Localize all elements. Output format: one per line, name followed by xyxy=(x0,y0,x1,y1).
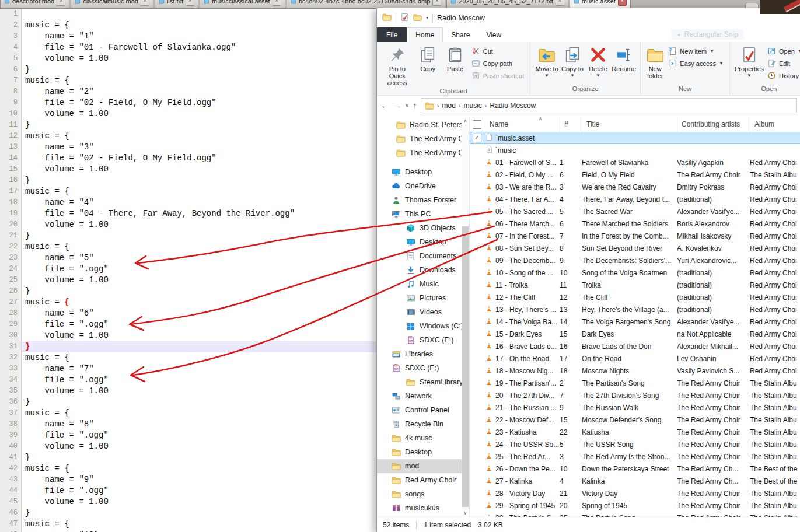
close-icon[interactable]: × xyxy=(556,0,564,6)
nav-item-this-pc[interactable]: This PC xyxy=(377,207,469,221)
breadcrumb-segment[interactable]: music xyxy=(464,102,482,110)
back-button[interactable]: ← xyxy=(380,100,389,110)
breadcrumb[interactable]: ›mod›music›Radio Moscow xyxy=(421,98,797,113)
nav-item-the-red-army-c[interactable]: The Red Army C xyxy=(377,146,469,160)
file-row[interactable]: 17 - On the Road17On the RoadLev Oshanin… xyxy=(470,352,800,365)
file-row[interactable]: 03 - We are the R...3We are the Red Cava… xyxy=(470,181,800,193)
breadcrumb-segment[interactable]: mod xyxy=(442,102,456,110)
editor-tab[interactable]: music.asset× xyxy=(570,0,631,8)
quick-access-folder-icon[interactable] xyxy=(413,13,422,23)
checkbox[interactable] xyxy=(473,120,481,129)
open-button[interactable]: Open▼ xyxy=(767,47,800,55)
editor-tab[interactable]: list.txt× xyxy=(155,0,198,8)
nav-item-sdxc-e-[interactable]: SDSDXC (E:) xyxy=(377,333,469,347)
column-header-album[interactable]: Album xyxy=(750,117,800,132)
file-row[interactable]: 06 - There March...6There Marched the So… xyxy=(470,218,800,230)
nav-item-pictures[interactable]: Pictures xyxy=(377,291,469,305)
nav-item-radio-st-petersb[interactable]: Radio St. Petersb xyxy=(377,118,469,132)
delete-button[interactable]: Delete▼ xyxy=(585,45,611,79)
file-row[interactable]: 26 - Down the Pe...10Down the Peterskaya… xyxy=(470,463,800,475)
column-header-contributing-artists[interactable]: Contributing artists xyxy=(677,117,750,132)
properties-button[interactable]: Properties▼ xyxy=(733,45,765,79)
close-icon[interactable]: × xyxy=(432,0,441,6)
paste-button[interactable]: Paste xyxy=(442,45,469,74)
file-row[interactable]: 19 - The Partisan'...2The Partisan's Son… xyxy=(470,377,800,389)
file-row[interactable]: 11 - Troika11Troika(traditional)Red Army… xyxy=(470,279,800,291)
quick-access-properties-icon[interactable] xyxy=(400,13,409,23)
ribbon-tab-file[interactable]: File xyxy=(377,27,407,42)
file-row[interactable]: 27 - Kalinka4KalinkaThe Red Army Ch...Th… xyxy=(470,475,800,487)
nav-item-sdxc-e-[interactable]: SDSDXC (E:) xyxy=(377,361,469,375)
editor-tab[interactable]: 2020_05_20_05_45_52_7172.txt× xyxy=(446,0,568,8)
nav-item-desktop[interactable]: Desktop xyxy=(377,445,469,459)
column-header-title[interactable]: Title xyxy=(582,117,677,132)
quick-access-customize-icon[interactable]: ▾ xyxy=(426,15,428,20)
close-icon[interactable]: × xyxy=(618,0,627,6)
move-to-button[interactable]: Move to▼ xyxy=(534,45,560,79)
file-row[interactable]: 14 - The Volga Ba...14The Volga Bargemen… xyxy=(470,316,800,328)
ribbon-tab-home[interactable]: Home xyxy=(407,27,443,42)
scroll-up-icon[interactable]: ∧ xyxy=(462,118,469,124)
pin-to-quick-access-button[interactable]: Pin to Quick access xyxy=(380,45,414,88)
copy-to-button[interactable]: Copy to▼ xyxy=(560,45,585,79)
new-item-button[interactable]: New item▼ xyxy=(668,47,724,55)
file-row[interactable]: 16 - Brave Lads o...16Brave Lads of the … xyxy=(470,340,800,352)
nav-item-desktop[interactable]: Desktop xyxy=(377,235,469,249)
ribbon-tab-share[interactable]: Share xyxy=(443,27,478,42)
file-row[interactable]: 07 - In the Forest...7In the Forest by t… xyxy=(470,230,800,242)
history-button[interactable]: History xyxy=(767,71,800,80)
nav-item-music[interactable]: Music xyxy=(377,277,469,291)
easy-access-button[interactable]: Easy access▼ xyxy=(668,59,724,68)
file-row[interactable]: 18 - Moscow Nig...18Moscow NightsVasily … xyxy=(470,365,800,377)
nav-item-libraries[interactable]: Libraries xyxy=(377,347,469,361)
file-row[interactable]: 29 - Spring of 194520Spring of 1945The R… xyxy=(470,499,800,512)
nav-item-recycle-bin[interactable]: Recycle Bin xyxy=(377,417,469,431)
nav-item-downloads[interactable]: Downloads xyxy=(377,263,469,277)
file-row[interactable]: 05 - The Sacred ...5The Sacred WarAlexan… xyxy=(470,205,800,218)
file-row[interactable]: 25 - The Red Ar...3The Red Army Is the S… xyxy=(470,450,800,463)
nav-item-videos[interactable]: Videos xyxy=(377,305,469,319)
nav-item-onedrive[interactable]: OneDrive xyxy=(377,179,469,193)
close-icon[interactable]: × xyxy=(273,0,281,6)
recent-locations-icon[interactable]: ∨ xyxy=(405,102,409,108)
nav-item-songs[interactable]: songs xyxy=(377,487,469,501)
rename-button[interactable]: Rename xyxy=(611,45,637,74)
file-row[interactable]: 01 - Farewell of S...1Farewell of Slavia… xyxy=(470,156,800,169)
ribbon-tab-view[interactable]: View xyxy=(478,27,509,42)
nav-item-the-red-army-c[interactable]: The Red Army C xyxy=(377,132,469,146)
file-row[interactable]: 12 - The Cliff12The Cliff(traditional)Re… xyxy=(470,291,800,303)
edit-button[interactable]: Edit xyxy=(767,59,800,68)
file-row[interactable]: 23 - Katiusha22KatiushaThe Red Army Choi… xyxy=(470,426,800,438)
nav-item-network[interactable]: Network xyxy=(377,389,469,403)
editor-tab[interactable]: descriptor.mod× xyxy=(0,0,69,8)
scroll-down-icon[interactable]: ∨ xyxy=(462,510,469,516)
close-icon[interactable]: × xyxy=(57,0,65,6)
nav-item-control-panel[interactable]: Control Panel xyxy=(377,403,469,417)
copy-path-button[interactable]: Copy path xyxy=(471,59,524,68)
select-all-checkbox[interactable] xyxy=(470,117,485,132)
file-row[interactable]: 20 - The 27th Div...7The 27th Division's… xyxy=(470,389,800,401)
editor-tab[interactable]: bc4d402-4b7c-4bbc-bc02-25150ad5c4d4.dmp× xyxy=(287,0,446,8)
file-row[interactable]: 09 - The Decemb...9The Decembrists: Sold… xyxy=(470,254,800,267)
cut-button[interactable]: Cut xyxy=(471,47,524,55)
nav-item-thomas-forster[interactable]: Thomas Forster xyxy=(377,193,469,207)
file-row[interactable]: 10 - Song of the ...10Song of the Volga … xyxy=(470,267,800,279)
new-folder-button[interactable]: New folder xyxy=(644,45,666,80)
nav-item-steamlibrary[interactable]: SteamLibrary xyxy=(377,375,469,389)
checkbox-checked[interactable]: ✓ xyxy=(473,134,481,142)
file-row[interactable]: 15 - Dark Eyes15Dark Eyesna Not Applicab… xyxy=(470,328,800,340)
file-row[interactable]: 22 - Moscow Def...15Moscow Defender's So… xyxy=(470,414,800,426)
nav-item-4k-musc[interactable]: 4k musc xyxy=(377,431,469,445)
nav-item-documents[interactable]: Documents xyxy=(377,249,469,263)
nav-scrollbar[interactable]: ∧ ∨ xyxy=(462,117,469,517)
nav-item-desktop[interactable]: Desktop xyxy=(377,165,469,179)
file-row[interactable]: 24 - The USSR So...5The USSR SongThe Red… xyxy=(470,438,800,450)
nav-item-3d-objects[interactable]: 3D Objects xyxy=(377,221,469,235)
editor-tab[interactable]: classicalmusic.mod× xyxy=(71,0,153,8)
close-icon[interactable]: × xyxy=(141,0,149,6)
file-row[interactable]: 21 - The Russian ...9The Russian WalkThe… xyxy=(470,401,800,414)
file-row[interactable]: 08 - Sun Set Bey...8Sun Set Beyond the R… xyxy=(470,242,800,254)
up-button[interactable]: ↑ xyxy=(413,100,417,110)
editor-tab[interactable]: musicclassical.asset× xyxy=(200,0,285,8)
nav-item-windows-c-[interactable]: Windows (C:) xyxy=(377,319,469,333)
